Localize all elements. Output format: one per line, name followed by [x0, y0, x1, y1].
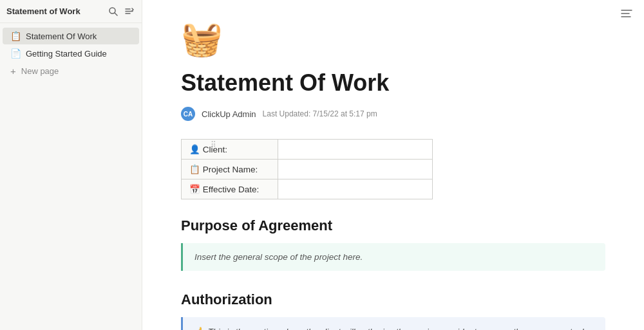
table-row: 👤 Client:: [182, 140, 433, 160]
author-name: ClickUp Admin: [202, 109, 256, 119]
client-label: 👤 Client:: [182, 140, 278, 160]
purpose-heading: Purpose of Agreement: [181, 217, 605, 234]
avatar: CA: [181, 107, 195, 121]
sidebar-title: Statement of Work: [6, 6, 80, 16]
doc-title: Statement Of Work: [181, 69, 605, 96]
authorization-blockquote-text: 👍 This is the section where the client w…: [194, 326, 594, 330]
doc-content: 🧺 Statement Of Work CA ClickUp Admin Las…: [142, 0, 644, 330]
authorization-blockquote: 👍 This is the section where the client w…: [181, 317, 605, 330]
search-button[interactable]: [107, 5, 119, 17]
plus-icon: +: [10, 66, 16, 77]
sidebar-nav: 📋 Statement Of Work 📄 Getting Started Gu…: [0, 23, 142, 330]
drag-handle[interactable]: ⠿: [211, 140, 216, 149]
new-page-button[interactable]: + New page: [3, 62, 139, 80]
collapse-icon: [124, 6, 134, 16]
purpose-blockquote: Insert the general scope of the project …: [181, 243, 605, 271]
sidebar-header: Statement of Work: [0, 0, 142, 23]
info-table-wrap: ⠿ 👤 Client: 📋 Project Name: 📅 Effective …: [181, 139, 605, 199]
new-page-label: New page: [21, 66, 59, 76]
sidebar-item-label: Getting Started Guide: [26, 49, 131, 59]
sidebar-icons: [107, 5, 135, 17]
outline-toggle-button[interactable]: [618, 6, 635, 23]
doc-meta: CA ClickUp Admin Last Updated: 7/15/22 a…: [181, 107, 605, 121]
doc-emoji: 🧺: [181, 19, 605, 59]
sidebar-item-getting-started-guide[interactable]: 📄 Getting Started Guide: [3, 45, 139, 62]
outline-icon: [621, 9, 632, 18]
thumbs-up-icon: 👍: [194, 327, 208, 330]
doc-icon: 📋: [10, 31, 21, 41]
sidebar: Statement of Work 📋 Statement Of Wo: [0, 0, 142, 330]
client-value[interactable]: [278, 140, 433, 160]
sidebar-item-label: Statement Of Work: [26, 32, 131, 41]
main-content: 🧺 Statement Of Work CA ClickUp Admin Las…: [142, 0, 644, 330]
authorization-heading: Authorization: [181, 291, 605, 308]
table-row: 📋 Project Name:: [182, 160, 433, 179]
search-icon: [108, 6, 118, 16]
project-name-value[interactable]: [278, 160, 433, 179]
svg-line-1: [115, 13, 117, 15]
project-name-label: 📋 Project Name:: [182, 160, 278, 179]
toolbar: [618, 6, 635, 23]
last-updated: Last Updated: 7/15/22 at 5:17 pm: [263, 109, 377, 118]
purpose-blockquote-text: Insert the general scope of the project …: [194, 252, 594, 262]
effective-date-label: 📅 Effective Date:: [182, 179, 278, 199]
info-table: 👤 Client: 📋 Project Name: 📅 Effective Da…: [181, 139, 433, 199]
sidebar-item-statement-of-work[interactable]: 📋 Statement Of Work: [3, 28, 139, 44]
doc-icon: 📄: [10, 48, 21, 59]
effective-date-value[interactable]: [278, 179, 433, 199]
table-row: 📅 Effective Date:: [182, 179, 433, 199]
collapse-sidebar-button[interactable]: [123, 5, 135, 17]
